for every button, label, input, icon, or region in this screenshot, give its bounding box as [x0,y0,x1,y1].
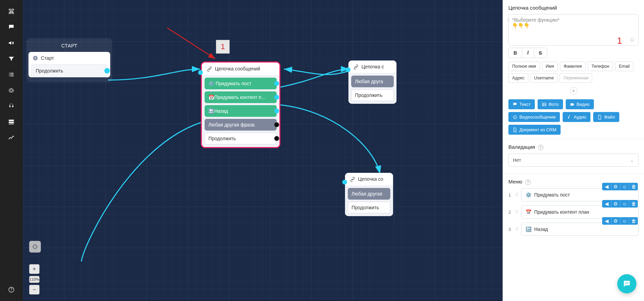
partial-node-header: Цепочка с [348,60,396,73]
chat-fab-button[interactable] [617,274,636,293]
out-port[interactable] [274,81,279,86]
sidebar-left: ? [0,0,23,301]
sidebar-server-icon[interactable] [0,114,23,130]
menu-action-settings-icon[interactable]: ⚙ [611,200,620,208]
menu-action-settings-icon[interactable]: ⚙ [611,217,620,225]
start-continue-option[interactable]: Продолжить [31,64,107,77]
target-icon [32,244,38,250]
menu-action-back-icon[interactable]: ◀ [602,200,611,208]
center-view-button[interactable] [29,241,41,253]
help-icon[interactable]: ? [525,179,531,185]
sidebar-broadcast-icon[interactable] [0,35,23,51]
out-port[interactable] [274,109,279,113]
sidebar-filter-icon[interactable] [0,51,23,67]
menu-action-delete-icon[interactable]: 🗑 [629,183,638,190]
node-chain-selected[interactable]: Цепочка сообщений ⚙️ Придумать пост 📅При… [201,62,280,148]
var-phone[interactable]: Телефон [588,62,613,71]
in-port[interactable] [346,67,350,72]
audio-icon [567,115,572,120]
menu-action-back-icon[interactable]: ◀ [602,183,611,190]
partial-opt-any[interactable]: Любая друга [351,76,394,87]
in-port[interactable] [198,70,203,75]
menu-item-label: Придумать пост [534,192,570,198]
play-icon [33,55,38,61]
var-email[interactable]: Email [615,62,633,71]
node-start-group[interactable]: СТАРТ Старт Продолжить [26,38,112,82]
drag-handle-icon[interactable]: ⠿ [515,194,518,196]
chain-opt-post[interactable]: ⚙️ Придумать пост [205,78,277,89]
svg-point-9 [626,282,628,283]
in-port[interactable] [342,180,347,185]
out-port[interactable] [274,122,279,127]
editor-line-1: *Выберите функцию* [512,17,635,23]
node-chain-partial-2[interactable]: Цепочка со Любая другая Продолжить [345,173,393,216]
add-crm-doc-button[interactable]: Документ из CRM [508,125,561,135]
chain-node-header: Цепочка сообщений [202,63,279,75]
menu-action-back-icon[interactable]: ◀ [602,217,611,225]
add-audio-button[interactable]: Аудио [563,112,590,122]
emoji-picker-icon[interactable]: ☺ [629,36,635,43]
var-custom-placeholder[interactable]: Переменная [560,73,592,83]
var-address[interactable]: Адрес [508,73,528,83]
chain-opt-back[interactable]: 🔙Назад [205,105,277,117]
menu-action-emoji-icon[interactable]: ☺ [620,217,629,225]
out-port[interactable] [104,68,110,74]
chain-opt-content-plan[interactable]: 📅Придумать контент п... [205,91,277,103]
italic-button[interactable]: I [522,48,534,58]
var-username[interactable]: Username [530,73,558,83]
sidebar-settings-icon[interactable] [0,82,23,98]
validation-select[interactable]: Нет ⌄ [508,154,639,167]
sidebar-chat-icon[interactable] [0,19,23,35]
menu-item-icon: 🔙 [526,226,531,232]
chain-opt-continue[interactable]: Продолжить [205,133,277,144]
start-node-header: Старт [28,52,110,64]
sidebar-flow-icon[interactable] [0,3,23,19]
chat-bubble-icon [622,279,631,288]
help-icon[interactable]: ? [538,145,543,150]
strike-button[interactable]: S [534,48,547,58]
separator [503,139,644,139]
sidebar-help-icon[interactable]: ? [0,282,23,298]
add-video-button[interactable]: Видео [566,99,594,109]
add-file-button[interactable]: Файл [593,112,619,122]
canvas[interactable]: 1 СТАРТ Старт Продолжить Цепочка сообще [23,0,503,301]
add-photo-button[interactable]: Фото [538,99,563,109]
partial-node-header: Цепочка со [345,173,393,185]
drag-handle-icon[interactable]: ⠿ [507,19,510,21]
add-text-button[interactable]: Текст [508,99,535,109]
out-port[interactable] [274,95,279,100]
sidebar-support-icon[interactable] [0,98,23,114]
partial-opt-continue[interactable]: Продолжить [348,202,390,213]
menu-action-delete-icon[interactable]: 🗑 [629,200,638,208]
var-fullname[interactable]: Полное имя [508,62,540,71]
chat-icon [513,102,517,107]
bold-button[interactable]: B [509,48,522,58]
menu-action-settings-icon[interactable]: ⚙ [611,183,620,190]
annotation-marker-1: 1 [216,40,230,54]
sidebar-list-icon[interactable] [0,67,23,82]
zoom-out-button[interactable]: − [29,285,39,294]
menu-items-list: ◀ ⚙ ☺ 🗑 1 ⠿ ⚙️ Придумать пост ◀ ⚙ ☺ 🗑 2 … [508,188,639,236]
editor-line-2: 👇👇👇 [512,23,635,28]
file-icon [597,115,602,120]
menu-action-emoji-icon[interactable]: ☺ [620,183,629,190]
svg-rect-6 [570,103,573,105]
var-lastname[interactable]: Фамилия [560,62,586,71]
add-videomsg-button[interactable]: Видеосообщение [508,112,560,122]
menu-action-emoji-icon[interactable]: ☺ [620,200,629,208]
chain-opt-any-phrase[interactable]: Любая другая фраза [205,119,277,131]
partial-opt-continue[interactable]: Продолжить [351,89,394,101]
svg-point-3 [33,245,37,249]
add-message-button[interactable]: + [570,87,577,94]
var-firstname[interactable]: Имя [542,62,558,71]
out-port[interactable] [274,136,279,141]
menu-action-delete-icon[interactable]: 🗑 [629,217,638,225]
node-chain-partial-1[interactable]: Цепочка с Любая друга Продолжить [348,60,396,104]
zoom-in-button[interactable]: + [29,264,39,274]
sidebar-analytics-icon[interactable] [0,130,23,146]
link-icon [350,176,355,182]
partial-opt-any[interactable]: Любая другая [348,188,390,200]
drag-handle-icon[interactable]: ⠿ [515,211,518,213]
svg-point-8 [625,282,626,283]
drag-handle-icon[interactable]: ⠿ [515,228,518,230]
